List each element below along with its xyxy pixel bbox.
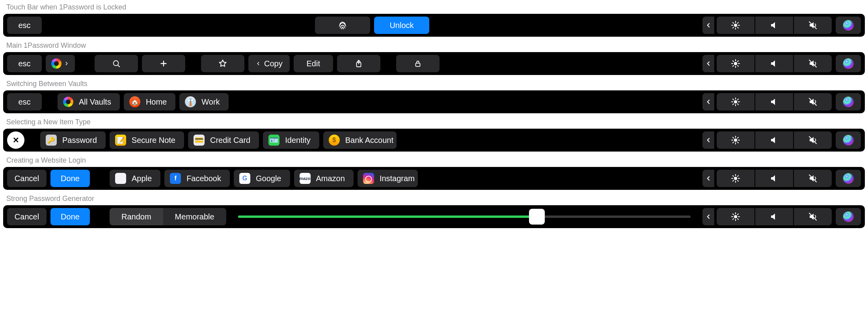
mute-button[interactable] bbox=[794, 131, 832, 149]
newitem-password[interactable]: 🔑 Password bbox=[40, 131, 106, 149]
control-strip bbox=[702, 131, 861, 149]
control-strip-expand[interactable] bbox=[702, 208, 714, 225]
volume-button[interactable] bbox=[755, 208, 793, 225]
login-amazon[interactable]: amazon Amazon bbox=[294, 170, 354, 187]
search-button[interactable] bbox=[95, 55, 138, 72]
control-strip-expand[interactable] bbox=[702, 17, 714, 34]
close-button[interactable]: ✕ bbox=[7, 131, 24, 149]
edit-button[interactable]: Edit bbox=[294, 55, 333, 72]
slider-fill bbox=[238, 215, 537, 218]
section-label-generator: Strong Password Generator bbox=[0, 191, 868, 205]
new-button[interactable] bbox=[142, 55, 185, 72]
vault-icon bbox=[51, 58, 61, 69]
volume-button[interactable] bbox=[755, 93, 793, 111]
touchbar-login: Cancel Done Apple f Facebook G Google am… bbox=[3, 167, 865, 190]
control-strip-expand[interactable] bbox=[702, 93, 714, 111]
brightness-button[interactable] bbox=[717, 55, 754, 72]
share-button[interactable] bbox=[337, 55, 380, 72]
control-strip-expand[interactable] bbox=[702, 131, 714, 149]
newitem-bankaccount[interactable]: $ Bank Account bbox=[323, 131, 397, 149]
brightness-button[interactable] bbox=[717, 170, 754, 187]
login-facebook[interactable]: f Facebook bbox=[164, 170, 230, 187]
touchbar-newitem: ✕ 🔑 Password 📝 Secure Note 💳 Credit Card… bbox=[3, 129, 865, 152]
newitem-creditcard[interactable]: 💳 Credit Card bbox=[188, 131, 259, 149]
siri-button[interactable] bbox=[836, 170, 861, 187]
mute-button[interactable] bbox=[794, 17, 832, 34]
control-strip-expand[interactable] bbox=[702, 170, 714, 187]
esc-button[interactable]: esc bbox=[7, 17, 42, 34]
done-button[interactable]: Done bbox=[50, 170, 90, 187]
cancel-button[interactable]: Cancel bbox=[7, 170, 47, 187]
done-button[interactable]: Done bbox=[50, 208, 90, 225]
brightness-button[interactable] bbox=[717, 17, 754, 34]
volume-button[interactable] bbox=[755, 170, 793, 187]
vault-work[interactable]: 👔 Work bbox=[179, 93, 228, 111]
control-strip bbox=[702, 17, 861, 34]
siri-icon bbox=[843, 173, 853, 184]
mute-button[interactable] bbox=[794, 93, 832, 111]
slider-track bbox=[238, 215, 691, 218]
amazon-icon: amazon bbox=[300, 173, 311, 184]
siri-button[interactable] bbox=[836, 17, 861, 34]
esc-button[interactable]: esc bbox=[7, 93, 42, 111]
length-slider[interactable] bbox=[230, 208, 698, 225]
volume-button[interactable] bbox=[755, 55, 793, 72]
share-icon bbox=[354, 59, 363, 68]
mute-button[interactable] bbox=[794, 208, 832, 225]
chevron-left-icon bbox=[255, 61, 261, 66]
note-icon: 📝 bbox=[115, 135, 126, 146]
volume-button[interactable] bbox=[755, 17, 793, 34]
touchid-button[interactable] bbox=[315, 17, 370, 34]
google-icon: G bbox=[239, 173, 250, 184]
brightness-button[interactable] bbox=[717, 208, 754, 225]
item-label: Password bbox=[62, 136, 97, 145]
brightness-button[interactable] bbox=[717, 131, 754, 149]
esc-button[interactable]: esc bbox=[7, 55, 42, 72]
volume-button[interactable] bbox=[755, 131, 793, 149]
unlock-button[interactable]: Unlock bbox=[374, 17, 429, 34]
instagram-icon: ◯ bbox=[363, 173, 374, 184]
home-icon: 🏠 bbox=[129, 96, 140, 107]
star-icon bbox=[218, 59, 227, 68]
site-label: Amazon bbox=[316, 174, 345, 183]
control-strip bbox=[702, 93, 861, 111]
section-label-main: Main 1Password Window bbox=[0, 38, 868, 52]
lock-button[interactable] bbox=[396, 55, 440, 72]
copy-button[interactable]: Copy bbox=[248, 55, 290, 72]
siri-button[interactable] bbox=[836, 55, 861, 72]
brightness-icon bbox=[731, 21, 740, 30]
login-apple[interactable]: Apple bbox=[110, 170, 160, 187]
touchbar-main: esc Copy Edit bbox=[3, 52, 865, 75]
vault-label: All Vaults bbox=[79, 97, 111, 107]
cancel-button[interactable]: Cancel bbox=[7, 208, 47, 225]
generator-type-toggle: Random Memorable bbox=[110, 208, 226, 225]
newitem-identity[interactable]: 🪪 Identity bbox=[263, 131, 319, 149]
vault-switcher-button[interactable] bbox=[46, 55, 75, 72]
chevron-right-icon bbox=[64, 61, 69, 66]
section-label-login: Creating a Website Login bbox=[0, 153, 868, 167]
siri-icon bbox=[843, 58, 853, 69]
control-strip-expand[interactable] bbox=[702, 55, 714, 72]
slider-thumb[interactable] bbox=[529, 209, 545, 225]
site-label: Apple bbox=[132, 174, 152, 183]
siri-icon bbox=[843, 135, 853, 145]
login-google[interactable]: G Google bbox=[234, 170, 290, 187]
brightness-button[interactable] bbox=[717, 93, 754, 111]
vault-all[interactable]: All Vaults bbox=[58, 93, 120, 111]
touchbar-locked: esc Unlock bbox=[3, 14, 865, 37]
favorite-button[interactable] bbox=[201, 55, 244, 72]
login-instagram[interactable]: ◯ Instagram bbox=[358, 170, 418, 187]
mute-button[interactable] bbox=[794, 170, 832, 187]
seg-random[interactable]: Random bbox=[110, 208, 163, 225]
newitem-securenote[interactable]: 📝 Secure Note bbox=[110, 131, 184, 149]
siri-icon bbox=[843, 20, 853, 30]
vault-home[interactable]: 🏠 Home bbox=[124, 93, 175, 111]
siri-button[interactable] bbox=[836, 131, 861, 149]
seg-memorable[interactable]: Memorable bbox=[163, 208, 226, 225]
fingerprint-icon bbox=[337, 20, 348, 31]
mute-button[interactable] bbox=[794, 55, 832, 72]
siri-button[interactable] bbox=[836, 208, 861, 225]
vault-label: Work bbox=[201, 97, 220, 107]
control-strip bbox=[702, 170, 861, 187]
siri-button[interactable] bbox=[836, 93, 861, 111]
